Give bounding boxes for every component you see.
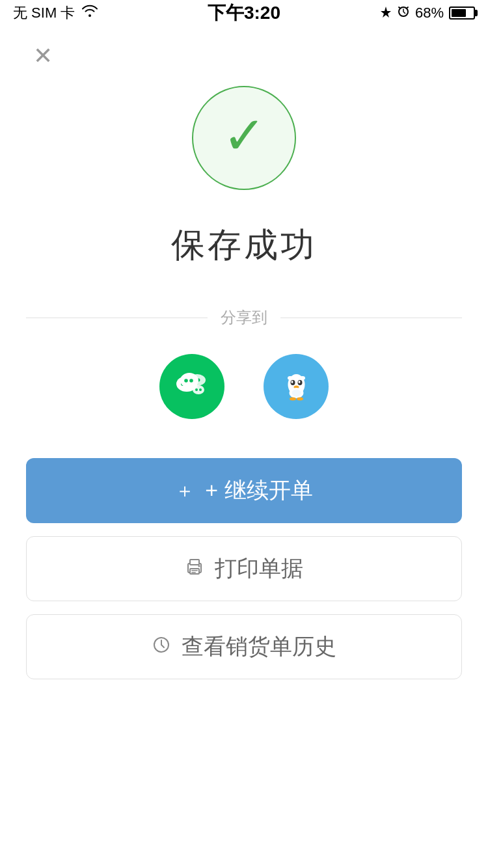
action-buttons: ＋ + 继续开单 打印单据 — [26, 458, 462, 679]
close-button[interactable]: ✕ — [26, 39, 60, 73]
share-label: 分享到 — [221, 307, 267, 328]
svg-point-11 — [199, 388, 202, 391]
status-bar: 无 SIM 卡 下午3:20 68% — [0, 0, 488, 26]
main-content: ✕ ✓ 保存成功 分享到 — [0, 26, 488, 718]
svg-point-23 — [300, 376, 305, 380]
svg-point-9 — [193, 385, 204, 394]
plus-icon: ＋ — [175, 478, 195, 504]
print-label: 打印单据 — [215, 554, 303, 584]
continue-label: + 继续开单 — [205, 476, 312, 506]
share-divider: 分享到 — [26, 307, 462, 328]
svg-point-22 — [288, 376, 293, 380]
svg-point-8 — [189, 379, 193, 383]
alarm-icon — [397, 5, 410, 21]
svg-rect-26 — [190, 569, 199, 574]
svg-point-7 — [184, 379, 188, 383]
qq-share-button[interactable] — [264, 354, 329, 419]
svg-point-10 — [195, 388, 198, 391]
share-icons — [26, 354, 462, 419]
close-icon: ✕ — [33, 44, 53, 68]
status-right: 68% — [380, 5, 475, 21]
battery-percentage: 68% — [415, 5, 444, 21]
svg-point-15 — [291, 381, 293, 383]
share-section: 分享到 — [26, 307, 462, 419]
clock-icon — [152, 635, 171, 659]
svg-point-19 — [291, 389, 301, 396]
success-circle: ✓ — [192, 86, 296, 190]
svg-rect-27 — [191, 570, 198, 571]
svg-rect-25 — [190, 560, 199, 565]
svg-point-29 — [198, 565, 200, 567]
checkmark-icon: ✓ — [223, 110, 266, 162]
history-label: 查看销货单历史 — [182, 632, 336, 662]
divider-right — [280, 318, 462, 318]
battery-icon — [449, 7, 475, 20]
continue-button[interactable]: ＋ + 继续开单 — [26, 458, 462, 523]
wifi-icon — [81, 5, 98, 21]
wechat-icon — [172, 367, 211, 406]
print-button[interactable]: 打印单据 — [26, 536, 462, 601]
success-title: 保存成功 — [171, 223, 317, 268]
history-button[interactable]: 查看销货单历史 — [26, 614, 462, 679]
divider-left — [26, 318, 208, 318]
qq-icon — [278, 369, 314, 405]
status-left: 无 SIM 卡 — [13, 3, 98, 23]
wechat-share-button[interactable] — [159, 354, 224, 419]
status-time: 下午3:20 — [208, 1, 280, 25]
sim-status: 无 SIM 卡 — [13, 3, 75, 23]
svg-point-20 — [290, 397, 296, 400]
location-icon — [380, 5, 392, 21]
svg-point-21 — [297, 397, 303, 400]
svg-rect-28 — [191, 572, 196, 573]
printer-icon — [185, 557, 204, 581]
svg-point-16 — [298, 381, 300, 383]
